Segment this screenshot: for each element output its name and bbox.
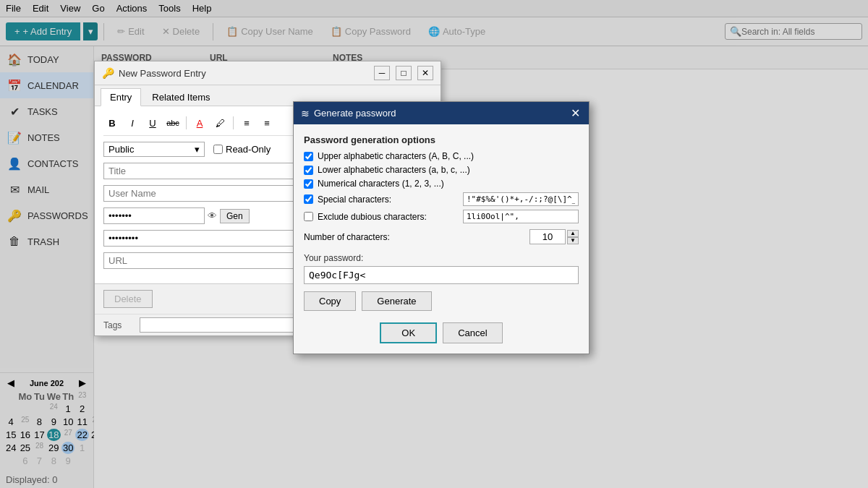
gen-password-label: Your password: — [304, 253, 579, 263]
gen-chars-up-button[interactable]: ▲ — [567, 230, 579, 237]
gen-option-special: Special characters: — [304, 192, 579, 206]
strikethrough-button[interactable]: abc — [164, 115, 182, 131]
gen-numerical-label: Numerical characters (1, 2, 3, ...) — [318, 179, 579, 189]
tags-label: Tags — [103, 320, 140, 330]
gen-chars-spinner: ▲ ▼ — [567, 230, 579, 244]
gen-chars-input[interactable] — [529, 229, 566, 244]
tab-entry[interactable]: Entry — [101, 88, 141, 106]
access-arrow-icon: ▾ — [195, 144, 200, 155]
dialog-minimize-button[interactable]: ─ — [374, 66, 390, 80]
key-icon: 🔑 — [102, 67, 114, 79]
gen-generate-button[interactable]: Generate — [362, 291, 431, 311]
gen-copy-button[interactable]: Copy — [304, 291, 356, 311]
access-value: Public — [109, 144, 134, 155]
gen-body: Password generation options Upper alphab… — [294, 124, 589, 354]
new-password-title: New Password Entry — [119, 68, 368, 79]
gen-action-buttons: Copy Generate — [304, 291, 579, 311]
gen-footer: OK Cancel — [304, 320, 579, 343]
generate-password-button[interactable]: Gen — [220, 209, 250, 223]
gen-numerical-checkbox[interactable] — [304, 179, 313, 189]
gen-titlebar: ≋ Generate password ✕ — [294, 102, 589, 124]
gen-chars-row: Number of characters: ▲ ▼ — [304, 229, 579, 244]
bold-button[interactable]: B — [103, 115, 121, 131]
gen-upper-checkbox[interactable] — [304, 152, 313, 161]
gen-cancel-button[interactable]: Cancel — [443, 322, 502, 343]
gen-chars-down-button[interactable]: ▼ — [567, 237, 579, 244]
gen-dubious-label: Exclude dubious characters: — [318, 212, 463, 222]
gen-special-checkbox[interactable] — [304, 194, 313, 204]
generate-password-dialog: ≋ Generate password ✕ Password generatio… — [293, 101, 590, 354]
bullet-list-button[interactable]: ≡ — [238, 115, 255, 131]
gen-chars-label: Number of characters: — [304, 232, 529, 242]
italic-button[interactable]: I — [124, 115, 141, 131]
dialog-maximize-button[interactable]: □ — [396, 66, 412, 80]
gen-special-input[interactable] — [463, 192, 579, 206]
gen-upper-label: Upper alphabetic characters (A, B, C, ..… — [318, 151, 579, 161]
gen-title: Generate password — [314, 108, 565, 119]
gen-options-title: Password generation options — [304, 134, 579, 145]
font-color-button[interactable]: A — [191, 115, 208, 131]
gen-lower-label: Lower alphabetic characters (a, b, c, ..… — [318, 165, 579, 175]
highlight-button[interactable]: 🖊 — [211, 115, 229, 131]
gen-option-lower: Lower alphabetic characters (a, b, c, ..… — [304, 165, 579, 175]
readonly-checkbox-row: Read-Only — [213, 144, 271, 155]
fmt-sep-1 — [186, 116, 187, 129]
gen-dubious-input[interactable] — [463, 210, 579, 223]
dialog-close-button[interactable]: ✕ — [417, 66, 433, 80]
fmt-sep-2 — [233, 116, 234, 129]
gen-option-upper: Upper alphabetic characters (A, B, C, ..… — [304, 151, 579, 161]
gen-password-input[interactable] — [304, 266, 579, 284]
tab-related-items[interactable]: Related Items — [142, 88, 219, 106]
gen-ok-button[interactable]: OK — [380, 322, 437, 343]
gen-icon: ≋ — [301, 108, 310, 119]
gen-dubious-checkbox[interactable] — [304, 212, 313, 221]
underline-button[interactable]: U — [144, 115, 161, 131]
new-password-titlebar: 🔑 New Password Entry ─ □ ✕ — [95, 61, 441, 85]
gen-option-dubious: Exclude dubious characters: — [304, 210, 579, 223]
readonly-checkbox[interactable] — [213, 145, 223, 154]
numbered-list-button[interactable]: ≡ — [258, 115, 276, 131]
access-dropdown[interactable]: Public ▾ — [103, 142, 205, 157]
password-input[interactable] — [103, 207, 205, 224]
show-password-button[interactable]: 👁 — [208, 210, 217, 221]
readonly-label: Read-Only — [226, 144, 271, 155]
entry-delete-button[interactable]: Delete — [103, 290, 153, 308]
gen-lower-checkbox[interactable] — [304, 166, 313, 175]
gen-special-label: Special characters: — [318, 194, 463, 205]
gen-close-button[interactable]: ✕ — [569, 106, 582, 120]
gen-option-numerical: Numerical characters (1, 2, 3, ...) — [304, 179, 579, 189]
